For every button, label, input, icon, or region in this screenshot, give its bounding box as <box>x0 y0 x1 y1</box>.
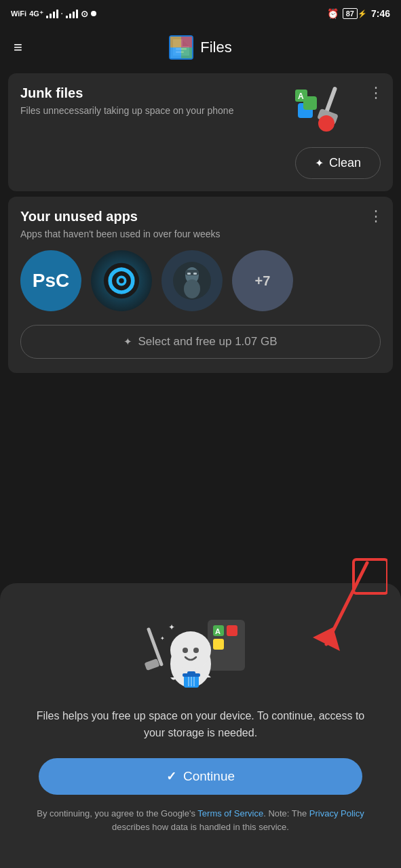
svg-point-14 <box>318 115 335 132</box>
battery-indicator: 87 ⚡ <box>343 8 367 19</box>
svg-point-36 <box>170 631 211 669</box>
app-bar: ≡ Files <box>0 27 401 68</box>
svg-text:A: A <box>298 92 304 101</box>
unused-apps-subtitle: Apps that haven't been used in over four… <box>20 229 381 239</box>
clean-sparkle-icon: ✦ <box>315 157 324 170</box>
svg-marker-6 <box>170 37 181 47</box>
svg-rect-34 <box>213 639 224 650</box>
svg-text:A: A <box>215 627 221 635</box>
app-title: Files <box>169 35 231 60</box>
svg-point-22 <box>184 279 200 298</box>
time-display: 7:46 <box>371 8 390 19</box>
location-icon: ⊙ <box>81 9 88 19</box>
hamburger-menu-button[interactable]: ≡ <box>14 39 22 56</box>
svg-rect-23 <box>185 270 199 275</box>
svg-marker-9 <box>181 47 192 58</box>
permission-illustration: ✦ ✦ A <box>133 599 269 694</box>
charging-icon: ⚡ <box>358 9 367 18</box>
continue-checkmark-icon: ✓ <box>166 769 176 784</box>
app-icon-more: +7 <box>232 250 293 311</box>
select-free-button[interactable]: ✦ Select and free up 1.07 GB <box>20 325 381 359</box>
junk-card-more-button[interactable]: ⋮ <box>368 84 383 102</box>
app-icon-game <box>161 250 223 311</box>
notification-dot <box>91 11 96 16</box>
unused-apps-card: ⋮ Your unused apps Apps that haven't bee… <box>8 197 393 373</box>
signal-icon-1 <box>46 9 58 18</box>
alarm-icon: ⏰ <box>327 8 339 19</box>
svg-marker-8 <box>170 47 181 58</box>
clean-button[interactable]: ✦ Clean <box>295 147 381 179</box>
select-sparkle-icon: ✦ <box>123 336 132 348</box>
permission-description: Files helps you free up space on your de… <box>20 708 381 742</box>
svg-rect-25 <box>193 273 197 275</box>
svg-rect-27 <box>144 658 159 671</box>
unused-card-more-button[interactable]: ⋮ <box>368 208 383 225</box>
app-name-label: Files <box>200 39 231 56</box>
terms-of-service-link[interactable]: Terms of Service <box>197 808 263 818</box>
continue-button[interactable]: ✓ Continue <box>39 758 363 795</box>
svg-point-19 <box>119 278 123 283</box>
svg-point-37 <box>183 648 188 653</box>
clean-button-label: Clean <box>329 156 361 170</box>
app-icon-q <box>91 250 152 311</box>
network-4g-icon: 4G⁺ <box>29 9 43 18</box>
terms-end: describes how data is handled in this se… <box>112 822 289 832</box>
svg-point-38 <box>193 648 199 653</box>
unused-apps-title: Your unused apps <box>20 209 381 224</box>
status-right: ⏰ 87 ⚡ 7:46 <box>327 8 390 19</box>
junk-files-card: ⋮ A Junk files Files unnecessarily takin… <box>8 73 393 191</box>
terms-prefix: By continuing, you agree to the Google's <box>37 808 197 818</box>
wifi-icon: WiFi <box>11 9 26 18</box>
red-arrow-annotation <box>306 556 387 667</box>
permission-dialog: ✦ ✦ A <box>0 583 401 868</box>
svg-text:✦: ✦ <box>168 623 175 632</box>
svg-rect-33 <box>227 625 237 636</box>
status-bar: WiFi 4G⁺ · ⊙ ⏰ 87 ⚡ 7:46 <box>0 0 401 27</box>
signal-icon-2 <box>66 9 78 18</box>
separator: · <box>61 10 63 18</box>
svg-rect-24 <box>187 273 191 275</box>
svg-rect-41 <box>187 671 195 675</box>
files-logo-icon <box>169 35 193 60</box>
battery-level: 87 <box>343 8 358 19</box>
svg-text:✦: ✦ <box>160 635 165 642</box>
svg-marker-7 <box>181 37 192 47</box>
continue-button-label: Continue <box>183 769 235 784</box>
app-icon-psc: PsC <box>20 250 81 311</box>
privacy-policy-link[interactable]: Privacy Policy <box>309 808 364 818</box>
unused-apps-list: PsC +7 <box>20 250 381 311</box>
select-free-label: Select and free up 1.07 GB <box>138 335 277 349</box>
terms-text: By continuing, you agree to the Google's… <box>20 807 381 835</box>
terms-middle: . Note: The <box>263 808 309 818</box>
status-left: WiFi 4G⁺ · ⊙ <box>11 9 96 19</box>
junk-illustration: A <box>291 83 352 137</box>
svg-marker-46 <box>313 627 340 651</box>
